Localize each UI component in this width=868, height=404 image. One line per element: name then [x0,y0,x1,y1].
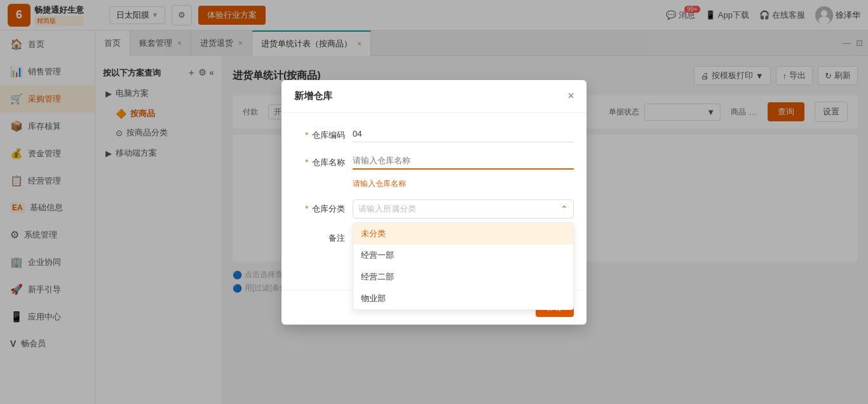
category-dropdown-list: 未分类 经营一部 经营二部 物业部 [353,222,574,310]
dialog-overlay[interactable]: 新增仓库 × * 仓库编码 * 仓库名称 [0,0,868,404]
dropdown-option-uncategorized[interactable]: 未分类 [353,223,573,245]
dropdown-option-ops2[interactable]: 经营二部 [353,266,573,288]
category-row: * 仓库分类 请输入所属分类 ⌃ 未分类 经营一部 经营二部 物业部 [294,199,574,219]
code-input[interactable] [353,126,574,142]
category-arrow-up-icon: ⌃ [560,204,568,214]
name-row: * 仓库名称 请输入仓库名称 [294,152,574,189]
name-label-text: 仓库名称 [312,158,345,167]
category-required-mark: * [305,204,308,213]
name-input[interactable] [353,152,574,170]
dropdown-option-ops1[interactable]: 经营一部 [353,245,573,266]
name-error-msg: 请输入仓库名称 [294,178,406,189]
note-label-text: 备注 [329,233,345,243]
dialog-close-btn[interactable]: × [568,91,574,101]
category-label: * 仓库分类 [294,199,345,215]
dialog-header: 新增仓库 × [281,80,587,113]
code-row: * 仓库编码 [294,126,574,142]
name-input-row: * 仓库名称 [294,152,574,170]
dropdown-option-property[interactable]: 物业部 [353,288,573,309]
category-input-wrap: 请输入所属分类 ⌃ 未分类 经营一部 经营二部 物业部 [353,199,574,219]
dialog-title: 新增仓库 [294,90,332,102]
category-label-text: 仓库分类 [312,204,345,213]
name-label: * 仓库名称 [294,153,345,168]
new-warehouse-dialog: 新增仓库 × * 仓库编码 * 仓库名称 [281,80,587,325]
code-label-text: 仓库编码 [312,130,345,140]
code-required-mark: * [305,130,308,140]
category-dropdown[interactable]: 请输入所属分类 ⌃ [353,199,574,219]
dialog-body: * 仓库编码 * 仓库名称 请输入仓库名称 * [281,113,587,290]
code-label: * 仓库编码 [294,126,345,141]
name-required-mark: * [305,158,308,167]
category-placeholder: 请输入所属分类 [358,203,560,215]
note-label: 备注 [294,229,345,244]
